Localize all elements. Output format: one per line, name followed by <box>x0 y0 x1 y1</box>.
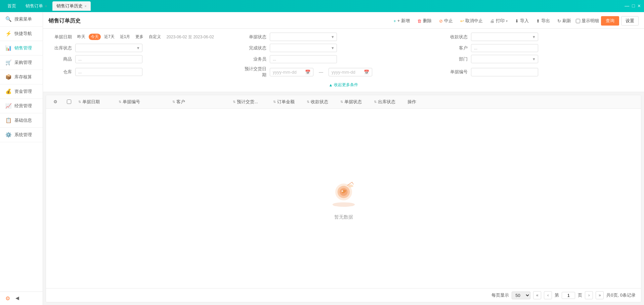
export-label: 导出 <box>541 18 550 24</box>
settings-icon: ⚙ <box>53 99 57 104</box>
delivery-status-select[interactable]: ▾ <box>75 44 142 52</box>
tab-sales-order[interactable]: 销售订单 × <box>22 1 51 11</box>
window-max-btn[interactable]: □ <box>632 3 635 9</box>
warehouse-label: 仓库 <box>48 69 75 75</box>
delete-btn[interactable]: 🗑 删除 <box>415 16 434 25</box>
window-close-btn[interactable]: × <box>638 3 641 9</box>
sidebar-item-operations[interactable]: 📈 经营管理 <box>0 99 43 113</box>
order-no-input[interactable] <box>471 68 538 76</box>
th-no[interactable]: ⇅ 单据编号 <box>116 99 170 105</box>
complete-status-select[interactable]: ▾ <box>270 44 337 52</box>
sidebar-item-info[interactable]: 📋 基础信息 <box>0 113 43 128</box>
expected-date-from[interactable]: yyyy-mm-dd 📅 <box>270 68 313 76</box>
order-no-control[interactable] <box>471 68 639 76</box>
department-select[interactable]: ▾ <box>471 55 538 63</box>
sidebar-item-search-menu[interactable]: 🔍 搜索菜单 <box>0 12 43 27</box>
first-page-btn[interactable]: « <box>533 291 541 299</box>
prev-page-btn[interactable]: ‹ <box>544 291 552 299</box>
th-customer[interactable]: ⇅ 客户 <box>170 99 230 105</box>
warehouse-control[interactable]: ... <box>75 68 243 76</box>
sidebar-item-inventory-label: 库存核算 <box>14 74 32 80</box>
order-status-select[interactable]: ▾ <box>270 33 337 41</box>
collapse-btn[interactable]: ▲ 收起更多条件 <box>329 82 358 88</box>
th-payment[interactable]: ⇅ 收款状态 <box>304 99 338 105</box>
customer-control[interactable]: ... <box>471 44 639 52</box>
sidebar-item-quick-nav[interactable]: ⚡ 快捷导航 <box>0 27 43 41</box>
cancel-stop-icon: ↩ <box>460 18 464 24</box>
tab-sales-order-history-close[interactable]: × <box>85 4 87 8</box>
show-detail-toggle[interactable]: 显示明细 <box>576 18 599 24</box>
shortcut-7days[interactable]: 近7天 <box>102 34 117 40</box>
shortcut-custom[interactable]: 自定义 <box>147 34 163 40</box>
cancel-stop-btn[interactable]: ↩ 取消中止 <box>458 16 485 25</box>
page-size-select[interactable]: 50 20 100 <box>512 292 530 299</box>
salesperson-btn[interactable]: ... <box>270 55 337 63</box>
th-action: 操作 <box>405 99 638 105</box>
th-settings[interactable]: ⚙ <box>49 99 62 104</box>
tab-sales-order-label: 销售订单 <box>26 3 43 9</box>
sidebar-item-sales-mgmt[interactable]: 📊 销售管理 <box>0 41 43 55</box>
complete-status-control[interactable]: ▾ <box>270 44 437 52</box>
th-stock-status[interactable]: ⇅ 出库状态 <box>371 99 405 105</box>
tab-home[interactable]: 首页 <box>3 1 20 11</box>
new-btn[interactable]: + + 新增 <box>391 16 413 25</box>
shortcut-more[interactable]: 更多 <box>133 34 145 40</box>
refresh-icon: ↻ <box>557 18 561 24</box>
print-btn[interactable]: 🖨 打印 ▾ <box>487 16 510 25</box>
product-btn[interactable]: ... <box>75 55 142 63</box>
salesperson-control[interactable]: ... <box>270 55 437 63</box>
import-btn[interactable]: ⬇ 导入 <box>512 16 531 25</box>
th-order-label: 单据状态 <box>344 99 362 105</box>
window-min-btn[interactable]: — <box>625 3 629 9</box>
th-date-label: 单据日期 <box>82 99 100 105</box>
settings-btn[interactable]: 设置 <box>621 16 639 26</box>
date-separator: — <box>319 70 323 75</box>
th-stock-label: 出库状态 <box>378 99 395 105</box>
th-checkbox[interactable] <box>62 100 76 104</box>
tab-sales-order-history[interactable]: 销售订单历史 × <box>52 1 91 11</box>
sidebar-item-system[interactable]: ⚙️ 系统管理 <box>0 128 43 142</box>
expected-date-to[interactable]: yyyy-mm-dd 📅 <box>329 68 372 76</box>
tab-sales-order-close[interactable]: × <box>45 4 47 8</box>
sidebar-settings-btn[interactable]: ⚙ <box>5 295 10 302</box>
complete-status-label: 完成状态 <box>243 45 270 51</box>
th-amount-sort-icon: ⇅ <box>273 100 276 104</box>
customer-btn[interactable]: ... <box>471 44 538 52</box>
delivery-status-control[interactable]: ▾ <box>75 44 243 52</box>
date-control: 昨天 今天 近7天 近1月 更多 自定义 2023-06-02 至 2023-0… <box>75 34 243 40</box>
sidebar-item-purchase-label: 采购管理 <box>14 60 32 66</box>
th-order-status[interactable]: ⇅ 单据状态 <box>338 99 371 105</box>
warehouse-btn[interactable]: ... <box>75 68 142 76</box>
shortcut-today[interactable]: 今天 <box>89 34 101 40</box>
sidebar-item-finance[interactable]: 💰 资金管理 <box>0 84 43 99</box>
payment-status-control[interactable]: ▾ <box>471 33 639 41</box>
product-control[interactable]: ... <box>75 55 243 63</box>
delete-label: 删除 <box>423 18 432 24</box>
show-detail-checkbox[interactable] <box>576 19 580 23</box>
shortcut-yesterday[interactable]: 昨天 <box>75 34 87 40</box>
stop-icon: ⊘ <box>439 18 443 24</box>
stop-btn[interactable]: ⊘ 中止 <box>436 16 456 25</box>
sidebar-collapse-btn[interactable]: ◀ <box>15 295 19 302</box>
refresh-btn[interactable]: ↻ 刷新 <box>555 16 574 25</box>
stop-label: 中止 <box>444 18 453 24</box>
print-label: 打印 <box>496 18 505 24</box>
th-amount[interactable]: ⇅ 订单金额 <box>270 99 304 105</box>
th-delivery[interactable]: ⇅ 预计交货... <box>230 99 270 105</box>
next-page-btn[interactable]: › <box>585 291 593 299</box>
date-to-placeholder: yyyy-mm-dd <box>332 70 355 75</box>
query-btn[interactable]: 查询 <box>601 16 619 26</box>
shortcut-1month[interactable]: 近1月 <box>118 34 132 40</box>
department-control[interactable]: ▾ <box>471 55 639 63</box>
current-page-input[interactable] <box>562 292 575 299</box>
payment-status-select[interactable]: ▾ <box>471 33 538 41</box>
top-bar: 首页 销售订单 × 销售订单历史 × — □ × <box>0 0 644 12</box>
select-all-checkbox[interactable] <box>67 100 71 104</box>
delivery-status-dropdown-icon: ▾ <box>137 45 139 50</box>
export-btn[interactable]: ⬆ 导出 <box>533 16 553 25</box>
order-status-control[interactable]: ▾ <box>270 33 437 41</box>
sidebar-item-inventory[interactable]: 📦 库存核算 <box>0 70 43 84</box>
last-page-btn[interactable]: » <box>596 291 604 299</box>
th-date[interactable]: ⇅ 单据日期 <box>76 99 116 105</box>
sidebar-item-purchase-mgmt[interactable]: 🛒 采购管理 <box>0 55 43 70</box>
